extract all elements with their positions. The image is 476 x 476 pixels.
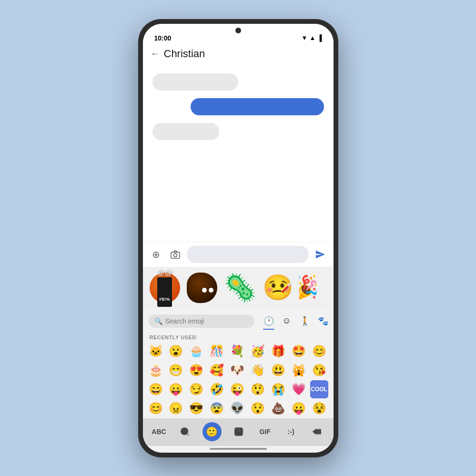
emoji-cat[interactable]: 🐱	[147, 342, 165, 360]
battery-icon: ▐	[317, 34, 322, 41]
search-icon: 🔍	[154, 317, 162, 325]
censored-banner: #$!%	[157, 277, 172, 307]
chat-area	[143, 66, 334, 242]
emoji-cake[interactable]: 🎂	[147, 361, 165, 379]
svg-point-1	[173, 253, 177, 257]
emoji-relieved[interactable]: 😊	[147, 399, 165, 417]
wifi-icon: ▼	[302, 34, 308, 41]
status-bar: 10:00 ▼ ▲ ▐	[143, 33, 334, 44]
emoji-cool-badge[interactable]: COOL	[310, 380, 328, 398]
emoji-astonished[interactable]: 😮	[167, 342, 185, 360]
category-tab-food[interactable]: ☕	[333, 313, 334, 330]
emoji-dog[interactable]: 🐶	[228, 361, 246, 379]
message-bubble-sent	[191, 98, 324, 115]
sticker-censored[interactable]: @@ #$!%	[149, 272, 181, 304]
emoji-wave[interactable]: 👋	[249, 361, 267, 379]
emoji-wink-tongue[interactable]: 😜	[228, 380, 246, 398]
camera-button[interactable]	[168, 247, 183, 262]
sticker-sick-face[interactable]: 🤒	[261, 271, 295, 305]
category-tab-people[interactable]: 🚶	[296, 313, 314, 330]
emoji-tongue2[interactable]: 😛	[290, 399, 308, 417]
search-input-container: 🔍	[149, 314, 254, 328]
censored-text: #$!%	[159, 297, 170, 302]
sticker-blob-face[interactable]	[185, 271, 219, 305]
emoji-scream-cat[interactable]: 🙀	[290, 361, 308, 379]
at-signs: @@	[157, 269, 172, 276]
message-bubble-received-2	[152, 123, 219, 140]
emoji-smirk[interactable]: 😏	[187, 380, 205, 398]
emoji-search-input[interactable]	[165, 317, 249, 325]
emoji-heart-eyes[interactable]: 😍	[187, 361, 205, 379]
emoji-grid: 🐱 😮 🧁 🎊 💐 🥳 🎁 🤩 😊 🎂 😁 😍 🥰 🐶 👋 😃 🙀 😘	[143, 341, 334, 418]
notch-area	[143, 24, 334, 33]
emoji-smiling[interactable]: 😊	[310, 342, 328, 360]
emoji-keyboard-button[interactable]: 🙂	[203, 422, 222, 441]
notch	[235, 28, 241, 33]
emoji-heart[interactable]: 💗	[290, 380, 308, 398]
emoji-star-struck[interactable]: 🤩	[290, 342, 308, 360]
category-tab-recent[interactable]: 🕐	[260, 313, 277, 330]
emoji-sob[interactable]: 😭	[269, 380, 287, 398]
emoji-big-smile[interactable]: 😃	[269, 361, 287, 379]
home-indicator	[210, 448, 267, 450]
sticker-button[interactable]	[230, 423, 247, 440]
sticker-row: @@ #$!% 🦠	[143, 267, 334, 309]
emoji-poop[interactable]: 💩	[269, 399, 287, 417]
emoji-hushed2[interactable]: 😯	[249, 399, 267, 417]
emoji-kiss[interactable]: 😘	[310, 361, 328, 379]
contact-name: Christian	[164, 48, 205, 60]
sticker-search-button[interactable]	[176, 423, 193, 440]
recently-used-label: RECENTLY USED	[143, 333, 334, 341]
emoji-rofl[interactable]: 🤣	[208, 380, 226, 398]
abc-button[interactable]: ABC	[151, 423, 168, 440]
send-button[interactable]	[313, 247, 328, 262]
backspace-button[interactable]	[308, 423, 325, 440]
emoji-dizzy[interactable]: 😵	[310, 399, 328, 417]
emoji-gift[interactable]: 🎁	[269, 342, 287, 360]
emoji-fearful[interactable]: 😨	[208, 399, 226, 417]
category-tab-smileys[interactable]: ☺	[278, 313, 295, 330]
phone-screen: 10:00 ▼ ▲ ▐ ← Christian ⊕	[143, 24, 334, 453]
add-button[interactable]: ⊕	[149, 247, 164, 262]
sticker-bacteria[interactable]: 🦠	[223, 271, 257, 305]
sticker-partial[interactable]: 🎉	[299, 271, 316, 305]
status-icons: ▼ ▲ ▐	[302, 34, 322, 41]
emoji-cupcake[interactable]: 🧁	[187, 342, 205, 360]
svg-point-2	[181, 427, 188, 435]
emoji-party[interactable]: 🥳	[249, 342, 267, 360]
emoji-smiling-hearts[interactable]: 🥰	[208, 361, 226, 379]
emoticon-button[interactable]: :-)	[283, 423, 300, 440]
back-button[interactable]: ←	[151, 48, 160, 59]
message-input[interactable]	[187, 246, 309, 263]
phone-frame: 10:00 ▼ ▲ ▐ ← Christian ⊕	[138, 19, 338, 457]
gif-button[interactable]: GIF	[256, 423, 273, 440]
category-tab-animals[interactable]: 🐾	[314, 313, 332, 330]
message-bubble-received-1	[152, 73, 238, 91]
signal-icon: ▲	[309, 34, 315, 41]
input-area: ⊕	[143, 242, 334, 267]
keyboard-bottom-bar: ABC 🙂 GIF	[143, 418, 334, 446]
emoji-confetti[interactable]: 🎊	[208, 342, 226, 360]
emoji-tongue[interactable]: 😛	[167, 380, 185, 398]
emoji-angry[interactable]: 😠	[167, 399, 185, 417]
emoji-sunglasses[interactable]: 😎	[187, 399, 205, 417]
emoji-alien[interactable]: 👽	[228, 399, 246, 417]
emoji-bouquet[interactable]: 💐	[228, 342, 246, 360]
emoji-grinning[interactable]: 😁	[167, 361, 185, 379]
emoji-laugh[interactable]: 😄	[147, 380, 165, 398]
emoji-category-tabs: 🕐 ☺ 🚶 🐾 ☕ ⊞	[260, 313, 334, 330]
emoji-hushed[interactable]: 😲	[249, 380, 267, 398]
emoji-search-bar: 🔍 🕐 ☺ 🚶 🐾 ☕ ⊞	[143, 309, 334, 333]
status-time: 10:00	[154, 34, 172, 42]
top-bar: ← Christian	[143, 44, 334, 66]
emoji-keyboard: 🔍 🕐 ☺ 🚶 🐾 ☕ ⊞ RECENTLY USED 🐱 😮 🧁	[143, 309, 334, 453]
